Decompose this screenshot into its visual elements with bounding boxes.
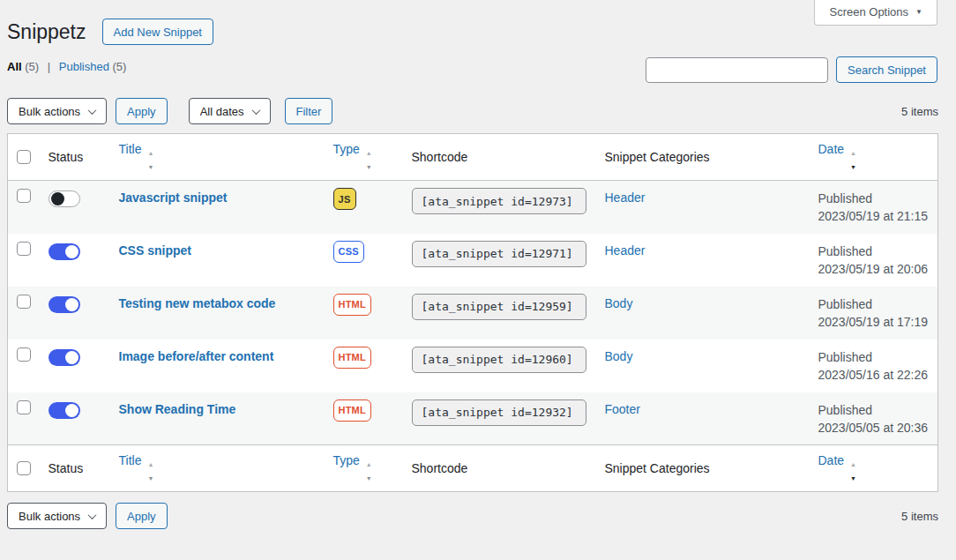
row-checkbox[interactable] (17, 189, 31, 203)
column-footer-type[interactable]: Type (325, 445, 403, 492)
toggle-knob (65, 245, 78, 258)
column-footer-title[interactable]: Title (110, 445, 325, 492)
snippet-title-link[interactable]: Image before/after content (119, 349, 274, 363)
column-header-status: Status (40, 134, 110, 181)
snippet-title-link[interactable]: Javascript snippet (119, 190, 228, 205)
tablenav-top: Bulk actions Apply All dates Filter 5 it… (7, 98, 938, 124)
snippet-title-link[interactable]: Testing new metabox code (119, 296, 276, 310)
table-footer: Status Title Type Shortcode Snippet Cate… (8, 445, 938, 492)
type-badge: HTML (333, 347, 371, 369)
sort-icon (366, 455, 372, 483)
status-toggle[interactable] (49, 190, 80, 207)
sort-icon (147, 144, 153, 172)
snippets-table: Status Title Type Shortcode Snippet Cate… (7, 133, 938, 492)
date-cell: Published2023/05/19 at 17:19 (810, 287, 938, 340)
column-header-type[interactable]: Type (325, 134, 403, 181)
column-header-title[interactable]: Title (110, 134, 325, 181)
search-snippet-button[interactable]: Search Snippet (836, 56, 937, 83)
search-box: Search Snippet (646, 56, 937, 83)
row-checkbox[interactable] (17, 295, 31, 309)
column-footer-date[interactable]: Date (810, 445, 938, 492)
items-count: 5 items (901, 105, 938, 118)
date-cell: Published2023/05/16 at 22:26 (810, 340, 938, 392)
toggle-knob (65, 351, 78, 364)
apply-button[interactable]: Apply (116, 98, 168, 124)
category-link[interactable]: Header (605, 190, 646, 205)
chevron-down-icon: ▼ (915, 8, 922, 16)
column-footer-categories: Snippet Categories (596, 445, 810, 492)
table-row: Show Reading Time HTML Footer Published2… (8, 392, 938, 445)
page-title: Snippetz (7, 19, 86, 45)
items-count-bottom: 5 items (901, 510, 938, 523)
category-link[interactable]: Body (605, 296, 633, 310)
table-row: CSS snippet CSS Header Published2023/05/… (8, 234, 938, 287)
column-footer-status: Status (40, 445, 110, 492)
view-published-link[interactable]: Published (5) (59, 60, 127, 73)
status-toggle[interactable] (49, 296, 80, 313)
category-link[interactable]: Body (605, 349, 633, 363)
chevron-down-icon (251, 106, 260, 115)
type-badge: CSS (333, 241, 364, 263)
shortcode-field[interactable] (412, 347, 586, 373)
select-all-checkbox[interactable] (17, 150, 31, 164)
row-checkbox[interactable] (17, 347, 31, 362)
status-toggle[interactable] (49, 243, 80, 260)
table-row: Testing new metabox code HTML Body Publi… (8, 287, 938, 340)
sort-icon (366, 144, 372, 172)
date-cell: Published2023/05/19 at 20:06 (810, 234, 938, 287)
search-input[interactable] (646, 57, 828, 83)
category-link[interactable]: Footer (605, 402, 640, 416)
shortcode-field[interactable] (412, 399, 586, 426)
table-row: Javascript snippet JS Header Published20… (8, 181, 938, 234)
shortcode-field[interactable] (412, 294, 586, 320)
sort-icon (850, 144, 856, 172)
bulk-actions-select[interactable]: Bulk actions (7, 98, 107, 124)
column-header-shortcode: Shortcode (403, 134, 596, 181)
page-header: Snippetz Add New Snippet (7, 0, 938, 45)
toggle-knob (51, 192, 64, 205)
column-header-categories: Snippet Categories (596, 134, 810, 181)
snippet-title-link[interactable]: Show Reading Time (119, 402, 236, 416)
toggle-knob (65, 298, 78, 311)
column-header-date[interactable]: Date (810, 134, 938, 181)
apply-button-bottom[interactable]: Apply (116, 503, 168, 529)
chevron-down-icon (88, 106, 97, 115)
shortcode-field[interactable] (412, 188, 586, 214)
toggle-knob (65, 404, 78, 417)
status-toggle[interactable] (49, 402, 80, 419)
row-checkbox[interactable] (17, 400, 31, 414)
tablenav-bottom: Bulk actions Apply 5 items (7, 503, 938, 529)
sort-icon (147, 455, 153, 483)
row-checkbox[interactable] (17, 242, 31, 256)
snippet-title-link[interactable]: CSS snippet (119, 243, 191, 258)
chevron-down-icon (88, 511, 97, 519)
table-row: Image before/after content HTML Body Pub… (8, 340, 938, 392)
date-cell: Published2023/05/05 at 20:36 (810, 392, 938, 445)
bulk-actions-select-bottom[interactable]: Bulk actions (7, 503, 107, 529)
type-badge: JS (333, 188, 356, 210)
shortcode-field[interactable] (412, 241, 586, 267)
select-all-checkbox[interactable] (17, 461, 31, 475)
filter-button[interactable]: Filter (285, 98, 333, 124)
screen-options-label: Screen Options (829, 5, 908, 19)
status-toggle[interactable] (49, 349, 80, 366)
sort-icon (850, 455, 856, 483)
type-badge: HTML (333, 294, 371, 316)
type-badge: HTML (333, 399, 371, 422)
screen-options-button[interactable]: Screen Options ▼ (814, 0, 937, 26)
table-header: Status Title Type Shortcode Snippet Cate… (8, 134, 938, 181)
table-body: Javascript snippet JS Header Published20… (8, 181, 938, 445)
view-all-link[interactable]: All (5) (7, 60, 42, 73)
column-footer-shortcode: Shortcode (403, 445, 596, 492)
view-separator: | (48, 60, 50, 73)
dates-filter-select[interactable]: All dates (189, 98, 271, 124)
category-link[interactable]: Header (605, 243, 646, 258)
add-new-snippet-button[interactable]: Add New Snippet (102, 19, 213, 45)
date-cell: Published2023/05/19 at 21:15 (810, 181, 938, 234)
